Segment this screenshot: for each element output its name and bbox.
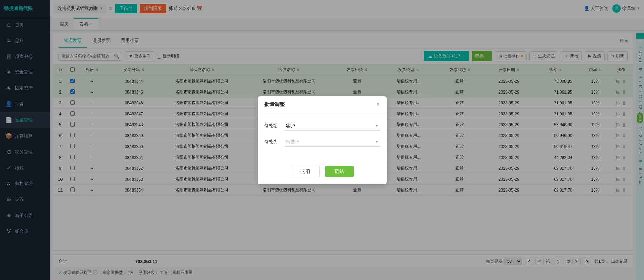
modal-body: 修改项 客户 ▼ 修改为 请选择 ▼ — [258, 113, 387, 162]
form-field-row: 修改项 客户 ▼ — [264, 121, 380, 131]
modal-cancel-btn[interactable]: 取消 — [291, 166, 320, 177]
field-value: 客户 — [286, 123, 295, 129]
modal-header: 批量调整 × — [258, 96, 387, 113]
field-select[interactable]: 客户 ▼ — [285, 121, 380, 131]
modal-footer: 取消 确认 — [258, 162, 387, 184]
value-placeholder: 请选择 — [286, 139, 299, 145]
field-chevron-icon: ▼ — [375, 124, 379, 128]
value-label: 修改为 — [264, 139, 285, 145]
modal-overlay[interactable]: 批量调整 × 修改项 客户 ▼ 修改为 请选择 ▼ 取消 确认 — [0, 0, 644, 280]
field-label: 修改项 — [264, 123, 285, 129]
modal-close-icon[interactable]: × — [376, 101, 380, 108]
modal-title: 批量调整 — [264, 101, 285, 108]
form-value-row: 修改为 请选择 ▼ — [264, 137, 380, 147]
batch-adjust-modal: 批量调整 × 修改项 客户 ▼ 修改为 请选择 ▼ 取消 确认 — [258, 96, 387, 184]
modal-confirm-btn[interactable]: 确认 — [325, 166, 354, 177]
value-chevron-icon: ▼ — [375, 140, 379, 144]
value-select[interactable]: 请选择 ▼ — [285, 137, 380, 147]
